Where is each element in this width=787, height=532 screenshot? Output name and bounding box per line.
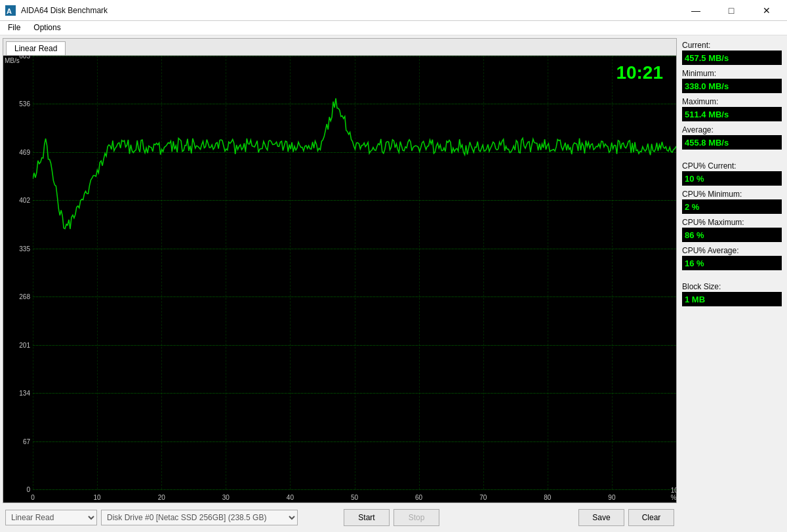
cpu-average-label: CPU% Average:	[682, 246, 782, 255]
stat-cpu-current: CPU% Current: 10 %	[682, 161, 782, 186]
stat-current: Current: 457.5 MB/s	[682, 41, 782, 65]
right-panel: Current: 457.5 MB/s Minimum: 338.0 MB/s …	[679, 38, 784, 529]
y-tick: 402	[19, 197, 30, 204]
y-axis-ticks: 603536469402335268201134670	[3, 56, 33, 489]
menu-file[interactable]: File	[3, 22, 26, 33]
save-button[interactable]: Save	[578, 509, 624, 526]
y-tick: 0	[26, 486, 30, 493]
stat-average: Average: 455.8 MB/s	[682, 125, 782, 150]
left-panel: Linear Read 10:21 MB/s 01020304050607080…	[3, 38, 677, 529]
drive-select[interactable]: Disk Drive #0 [Netac SSD 256GB] (238.5 G…	[101, 510, 298, 525]
cpu-current-label: CPU% Current:	[682, 161, 782, 171]
y-tick: 268	[19, 293, 30, 300]
x-tick: 80	[544, 494, 551, 501]
block-size-value: 1 MB	[682, 292, 782, 306]
x-axis: 0102030405060708090100 %	[33, 489, 676, 502]
minimum-label: Minimum:	[682, 69, 782, 78]
cpu-current-value: 10 %	[682, 171, 782, 186]
x-tick: 40	[287, 494, 294, 501]
stat-cpu-maximum: CPU% Maximum: 86 %	[682, 218, 782, 242]
x-tick: 90	[608, 494, 615, 501]
title-left: A AIDA64 Disk Benchmark	[5, 5, 108, 16]
close-button[interactable]: ✕	[752, 4, 782, 17]
x-tick: 0	[31, 494, 35, 501]
average-label: Average:	[682, 125, 782, 134]
stat-block-size: Block Size: 1 MB	[682, 282, 782, 306]
window-controls: — □ ✕	[681, 4, 782, 17]
chart-line	[33, 98, 676, 229]
test-type-select[interactable]: Linear Read	[5, 510, 97, 525]
x-tick: 50	[351, 494, 358, 501]
stat-minimum: Minimum: 338.0 MB/s	[682, 69, 782, 93]
x-tick: 30	[222, 494, 230, 501]
cpu-maximum-value: 86 %	[682, 228, 782, 242]
maximum-label: Maximum:	[682, 97, 782, 106]
chart-area: 10:21 MB/s 0102030405060708090100 % 6035…	[3, 56, 676, 502]
maximum-value: 511.4 MB/s	[682, 107, 782, 121]
x-tick: 10	[94, 494, 101, 501]
y-tick: 134	[19, 390, 30, 397]
cpu-minimum-value: 2 %	[682, 199, 782, 214]
tab-bar: Linear Read	[3, 39, 676, 56]
y-tick: 603	[19, 56, 30, 60]
stat-cpu-average: CPU% Average: 16 %	[682, 246, 782, 270]
average-value: 455.8 MB/s	[682, 135, 782, 150]
bottom-bar: Linear Read Disk Drive #0 [Netac SSD 256…	[3, 506, 677, 529]
current-label: Current:	[682, 41, 782, 50]
svg-text:A: A	[7, 7, 12, 15]
tab-linear-read[interactable]: Linear Read	[6, 41, 66, 55]
y-tick: 201	[19, 341, 30, 348]
cpu-average-value: 16 %	[682, 256, 782, 270]
x-tick: 20	[158, 494, 165, 501]
main-content: Linear Read 10:21 MB/s 01020304050607080…	[0, 35, 787, 532]
menu-options[interactable]: Options	[28, 22, 66, 33]
y-tick: 335	[19, 245, 30, 252]
x-tick: 70	[479, 494, 487, 501]
title-bar: A AIDA64 Disk Benchmark — □ ✕	[0, 0, 787, 21]
stat-maximum: Maximum: 511.4 MB/s	[682, 97, 782, 121]
stop-button[interactable]: Stop	[394, 509, 439, 526]
cpu-maximum-label: CPU% Maximum:	[682, 218, 782, 227]
menu-bar: File Options	[0, 21, 787, 35]
restore-button[interactable]: □	[716, 4, 746, 17]
cpu-minimum-label: CPU% Minimum:	[682, 190, 782, 199]
x-tick: 60	[415, 494, 422, 501]
y-tick: 469	[19, 148, 30, 155]
clear-button[interactable]: Clear	[628, 509, 674, 526]
chart-svg	[33, 56, 676, 460]
y-tick: 536	[19, 100, 30, 108]
app-icon: A	[5, 5, 16, 16]
y-tick: 67	[23, 438, 30, 445]
block-size-label: Block Size:	[682, 282, 782, 291]
stat-cpu-minimum: CPU% Minimum: 2 %	[682, 190, 782, 214]
window-title: AIDA64 Disk Benchmark	[21, 6, 108, 15]
x-tick: 100 %	[671, 487, 676, 501]
minimize-button[interactable]: —	[681, 4, 711, 17]
start-button[interactable]: Start	[344, 509, 390, 526]
current-value: 457.5 MB/s	[682, 51, 782, 65]
chart-container: Linear Read 10:21 MB/s 01020304050607080…	[3, 38, 677, 503]
minimum-value: 338.0 MB/s	[682, 79, 782, 93]
